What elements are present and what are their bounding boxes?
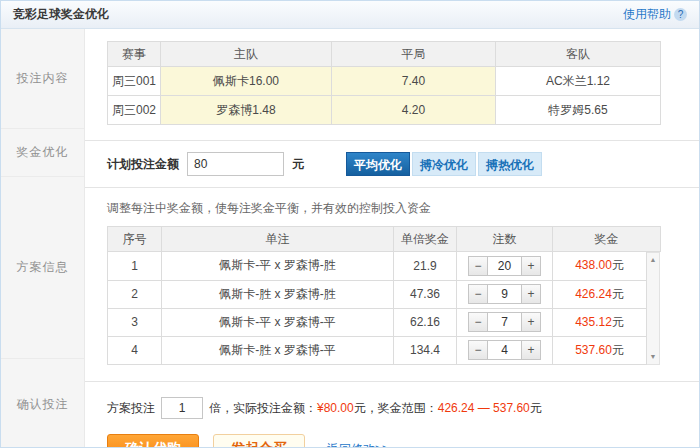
prize-value: 537.60 bbox=[575, 343, 612, 357]
match-row: 周三001 佩斯卡16.00 7.40 AC米兰1.12 bbox=[108, 67, 661, 96]
col-header-bet: 单注 bbox=[162, 227, 394, 252]
home-odds-cell[interactable]: 罗森博1.48 bbox=[161, 96, 332, 125]
count-value[interactable]: 4 bbox=[488, 343, 521, 357]
header-bar: 竞彩足球奖金优化 使用帮助 ? bbox=[1, 1, 699, 29]
actual-amount-value: ¥80.00 bbox=[317, 401, 354, 415]
plan-table-body: 1 佩斯卡-平 x 罗森博-胜 21.9 −20+ 438.00元 2 佩斯 bbox=[107, 252, 647, 365]
away-odds-cell[interactable]: 特罗姆5.65 bbox=[496, 96, 661, 125]
bet-combination: 佩斯卡-胜 x 罗森博-胜 bbox=[162, 280, 394, 308]
bet-combination: 佩斯卡-平 x 罗森博-平 bbox=[162, 308, 394, 336]
draw-odds-cell[interactable]: 4.20 bbox=[332, 96, 496, 125]
section-plan-info: 调整每注中奖金额，使每注奖金平衡，并有效的控制投入资金 序号 单注 单倍奖金 注… bbox=[85, 200, 699, 382]
minus-button[interactable]: − bbox=[469, 285, 488, 303]
plan-tip-text: 调整每注中奖金额，使每注奖金平衡，并有效的控制投入资金 bbox=[107, 200, 699, 217]
col-header-count: 注数 bbox=[457, 227, 553, 252]
unit-prize-value: 134.4 bbox=[394, 336, 457, 364]
col-header-away: 客队 bbox=[496, 42, 661, 67]
count-stepper: −9+ bbox=[468, 284, 541, 304]
scroll-down-icon[interactable]: ▼ bbox=[650, 350, 657, 364]
section-bonus-optimize: 计划投注金额 元 平均优化 搏冷优化 搏热优化 bbox=[85, 141, 699, 188]
plan-row: 3 佩斯卡-平 x 罗森博-平 62.16 −7+ 435.12元 bbox=[108, 308, 647, 336]
confirm-purchase-button[interactable]: 确认代购 bbox=[107, 434, 199, 448]
prize-unit: 元 bbox=[612, 315, 624, 329]
away-odds-cell[interactable]: AC米兰1.12 bbox=[496, 67, 661, 96]
prize-unit: 元 bbox=[612, 287, 624, 301]
plan-table-header: 序号 单注 单倍奖金 注数 奖金 bbox=[107, 226, 661, 252]
count-value[interactable]: 7 bbox=[488, 315, 521, 329]
col-header-index: 序号 bbox=[108, 227, 162, 252]
row-index: 1 bbox=[108, 252, 162, 280]
plus-button[interactable]: + bbox=[521, 257, 540, 275]
minus-button[interactable]: − bbox=[469, 257, 488, 275]
help-link-label: 使用帮助 bbox=[623, 6, 671, 23]
content-area: 赛事 主队 平局 客队 周三001 佩斯卡16.00 7.40 AC米兰1.12… bbox=[85, 29, 699, 448]
sidebar-item-bonus-optimize: 奖金优化 bbox=[1, 129, 84, 177]
unit-prize-value: 47.36 bbox=[394, 280, 457, 308]
prize-value: 426.24 bbox=[575, 287, 612, 301]
match-table-header: 赛事 主队 平局 客队 bbox=[108, 42, 661, 67]
start-group-buy-button[interactable]: 发起合买 bbox=[213, 434, 305, 448]
plan-amount-input[interactable] bbox=[187, 152, 284, 176]
prize-unit: 元 bbox=[612, 258, 624, 272]
home-odds-cell[interactable]: 佩斯卡16.00 bbox=[161, 67, 332, 96]
optimize-tabs: 平均优化 搏冷优化 搏热优化 bbox=[346, 152, 542, 176]
tab-cold-optimize[interactable]: 搏冷优化 bbox=[412, 152, 476, 176]
match-number: 周三002 bbox=[108, 96, 161, 125]
multiple-input[interactable] bbox=[161, 397, 203, 419]
multiple-label: 方案投注 bbox=[107, 400, 155, 417]
row-index: 4 bbox=[108, 336, 162, 364]
col-header-draw: 平局 bbox=[332, 42, 496, 67]
count-stepper: −20+ bbox=[468, 256, 541, 276]
sidebar-item-confirm-bet: 确认投注 bbox=[1, 359, 84, 448]
plan-row: 2 佩斯卡-胜 x 罗森博-胜 47.36 −9+ 426.24元 bbox=[108, 280, 647, 308]
bet-combination: 佩斯卡-胜 x 罗森博-平 bbox=[162, 336, 394, 364]
help-link[interactable]: 使用帮助 ? bbox=[623, 6, 687, 23]
plan-row: 1 佩斯卡-平 x 罗森博-胜 21.9 −20+ 438.00元 bbox=[108, 252, 647, 280]
confirm-buttons: 确认代购 发起合买 返回修改>> bbox=[107, 434, 699, 448]
col-header-match: 赛事 bbox=[108, 42, 161, 67]
plan-amount-label: 计划投注金额 bbox=[107, 156, 179, 173]
col-header-home: 主队 bbox=[161, 42, 332, 67]
unit-prize-value: 21.9 bbox=[394, 252, 457, 280]
match-odds-table: 赛事 主队 平局 客队 周三001 佩斯卡16.00 7.40 AC米兰1.12… bbox=[107, 41, 661, 125]
row-index: 3 bbox=[108, 308, 162, 336]
match-row: 周三002 罗森博1.48 4.20 特罗姆5.65 bbox=[108, 96, 661, 125]
minus-button[interactable]: − bbox=[469, 313, 488, 331]
back-to-modify-link[interactable]: 返回修改>> bbox=[327, 441, 389, 448]
row-index: 2 bbox=[108, 280, 162, 308]
prize-range-unit: 元 bbox=[530, 400, 542, 417]
section-bet-content: 赛事 主队 平局 客队 周三001 佩斯卡16.00 7.40 AC米兰1.12… bbox=[85, 41, 699, 141]
main-body: 投注内容 奖金优化 方案信息 确认投注 赛事 主队 平局 客队 周三001 bbox=[1, 29, 699, 448]
draw-odds-cell[interactable]: 7.40 bbox=[332, 67, 496, 96]
plan-row: 4 佩斯卡-胜 x 罗森博-平 134.4 −4+ 537.60元 bbox=[108, 336, 647, 364]
page-title: 竞彩足球奖金优化 bbox=[13, 6, 109, 23]
count-value[interactable]: 9 bbox=[488, 287, 521, 301]
count-stepper: −4+ bbox=[468, 340, 541, 360]
amount-unit-label: 元 bbox=[292, 156, 304, 173]
actual-amount-label: 实际投注金额： bbox=[233, 400, 317, 417]
col-header-prize: 奖金 bbox=[553, 227, 661, 252]
prize-range-value: 426.24 — 537.60 bbox=[438, 401, 530, 415]
minus-button[interactable]: − bbox=[469, 341, 488, 359]
scroll-up-icon[interactable]: ▲ bbox=[650, 253, 657, 267]
match-number: 周三001 bbox=[108, 67, 161, 96]
plus-button[interactable]: + bbox=[521, 341, 540, 359]
bonus-optimization-panel: 竞彩足球奖金优化 使用帮助 ? 投注内容 奖金优化 方案信息 确认投注 赛事 主… bbox=[0, 0, 700, 448]
multiple-suffix: 倍， bbox=[209, 400, 233, 417]
tab-hot-optimize[interactable]: 搏热优化 bbox=[478, 152, 542, 176]
plan-table-scrollbar[interactable]: ▲ ▼ bbox=[647, 252, 660, 365]
unit-prize-value: 62.16 bbox=[394, 308, 457, 336]
tab-average-optimize[interactable]: 平均优化 bbox=[346, 152, 410, 176]
prize-unit: 元 bbox=[612, 343, 624, 357]
plus-button[interactable]: + bbox=[521, 313, 540, 331]
sidebar-item-bet-content: 投注内容 bbox=[1, 29, 84, 129]
sidebar-item-plan-info: 方案信息 bbox=[1, 177, 84, 359]
prize-value: 438.00 bbox=[575, 258, 612, 272]
count-stepper: −7+ bbox=[468, 312, 541, 332]
count-value[interactable]: 20 bbox=[488, 259, 521, 273]
help-icon: ? bbox=[674, 8, 687, 21]
plus-button[interactable]: + bbox=[521, 285, 540, 303]
confirm-summary: 方案投注 倍， 实际投注金额： ¥80.00 元， 奖金范围： 426.24 —… bbox=[107, 397, 699, 419]
prize-range-label: 奖金范围： bbox=[378, 400, 438, 417]
section-confirm-bet: 方案投注 倍， 实际投注金额： ¥80.00 元， 奖金范围： 426.24 —… bbox=[85, 382, 699, 448]
